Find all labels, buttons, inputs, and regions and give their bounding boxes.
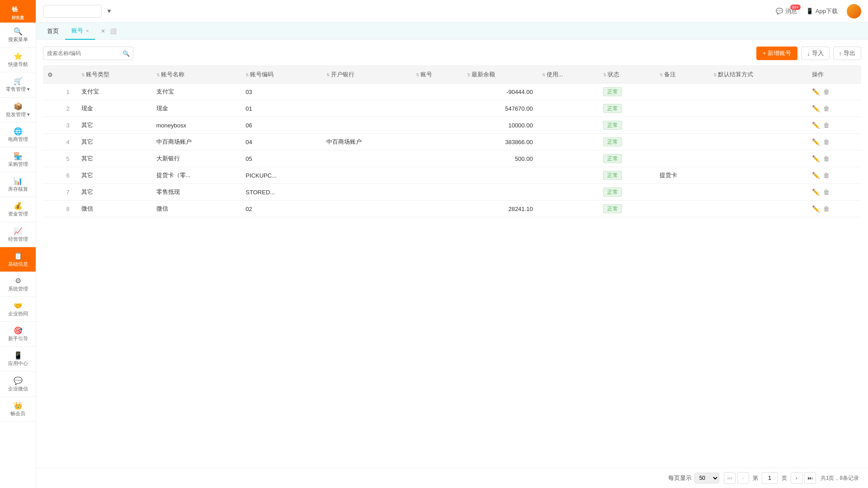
sidebar-item-inventory[interactable]: 📊 库存核算 (0, 172, 36, 197)
col-code[interactable]: ⇅账号编码 (241, 66, 322, 84)
delete-icon[interactable]: 🗑 (823, 172, 830, 179)
col-balance[interactable]: ⇅最新余额 (462, 66, 538, 84)
edit-icon[interactable]: ✏️ (812, 88, 820, 95)
edit-icon[interactable]: ✏️ (812, 188, 820, 196)
first-page-btn[interactable]: ⏮ (724, 472, 736, 484)
row-settings (43, 117, 59, 134)
sidebar-item-member[interactable]: 👑 畅会员 (0, 397, 36, 422)
col-settings: ⚙ (43, 66, 59, 84)
page-input[interactable] (762, 472, 778, 484)
sidebar-item-app_center[interactable]: 📱 应用中心 (0, 347, 36, 371)
row-settings (43, 201, 59, 217)
col-status[interactable]: ⇅状态 (599, 66, 655, 84)
edit-icon[interactable]: ✏️ (812, 138, 820, 145)
sidebar-label: 零售管理 ▾ (6, 86, 30, 92)
col-remark[interactable]: ⇅备注 (655, 66, 709, 84)
sidebar-item-retail[interactable]: 🛒 零售管理 ▾ (0, 72, 36, 97)
add-account-button[interactable]: + 新增账号 (756, 47, 797, 60)
search-button[interactable]: 🔍 (119, 47, 133, 60)
close-window-btn[interactable]: ✕ (99, 28, 107, 35)
tab-account[interactable]: 账号× (65, 23, 95, 40)
sort-icon: ⇅ (713, 73, 717, 77)
row-index: 7 (59, 184, 77, 201)
col-account[interactable]: ⇅账号 (411, 66, 462, 84)
row-usage (538, 150, 599, 167)
edit-icon[interactable]: ✏️ (812, 172, 820, 179)
row-status: 正常 (599, 84, 655, 100)
search-input[interactable] (43, 50, 119, 56)
delete-icon[interactable]: 🗑 (823, 105, 830, 112)
sidebar-item-purchase[interactable]: 🏪 采购管理 (0, 147, 36, 172)
app-download-button[interactable]: 📱 App下载 (806, 7, 838, 15)
row-bank (322, 117, 411, 134)
table-row: 8 微信 微信 02 28241.10 正常 ✏️ 🗑 (43, 201, 861, 217)
last-page-btn[interactable]: ⏭ (804, 472, 816, 484)
import-button[interactable]: ↓ 导入 (801, 47, 830, 60)
edit-icon[interactable]: ✏️ (812, 105, 820, 112)
sidebar-label: 畅会员 (10, 411, 25, 417)
col-action: 操作 (807, 66, 861, 84)
status-badge: 正常 (603, 154, 622, 163)
header-search-input[interactable] (43, 5, 102, 18)
next-page-btn[interactable]: › (791, 472, 802, 484)
sort-icon: ⇅ (416, 73, 420, 77)
sidebar-item-wechat[interactable]: 💬 企业微信 (0, 372, 36, 397)
sidebar-item-wholesale[interactable]: 📦 批发管理 ▾ (0, 98, 36, 122)
col-type[interactable]: ⇅账号类型 (77, 66, 152, 84)
delete-icon[interactable]: 🗑 (823, 88, 830, 95)
content-area: 🔍 + 新增账号 ↓ 导入 ↑ 导出 ⚙ ⇅账号类型 ⇅账号名称 ⇅ (36, 40, 868, 488)
prev-page-btn[interactable]: ‹ (737, 472, 749, 484)
row-remark (655, 84, 709, 100)
user-avatar[interactable] (847, 4, 861, 19)
page-size-select[interactable]: 50 100 200 (694, 473, 719, 483)
delete-icon[interactable]: 🗑 (823, 155, 830, 162)
col-label: ⇅开户银行 (326, 71, 354, 78)
sidebar-item-ecommerce[interactable]: 🌐 电商管理 (0, 122, 36, 147)
col-label: ⇅使用... (542, 71, 563, 78)
delete-icon[interactable]: 🗑 (823, 138, 830, 145)
app-download-label: App下载 (816, 7, 838, 15)
row-name: 零售抵现 (152, 184, 241, 201)
delete-icon[interactable]: 🗑 (823, 205, 830, 212)
row-index: 3 (59, 117, 77, 134)
message-button[interactable]: 💬 消息 99+ (776, 7, 797, 15)
col-settlement[interactable]: ⇅默认结算方式 (709, 66, 807, 84)
row-actions: ✏️ 🗑 (807, 134, 861, 150)
col-name[interactable]: ⇅账号名称 (152, 66, 241, 84)
edit-icon[interactable]: ✏️ (812, 122, 820, 129)
sidebar-item-system[interactable]: ⚙ 系统管理 (0, 272, 36, 297)
sidebar-item-basic[interactable]: 📋 基础信息 (0, 247, 36, 272)
row-code: 05 (241, 150, 322, 167)
app-logo: 畅 好生意 (0, 0, 36, 23)
sidebar-item-shortcuts[interactable]: ⭐ 快捷导航 (0, 47, 36, 72)
sidebar-item-guide[interactable]: 🎯 新手引导 (0, 322, 36, 347)
system-icon: ⚙ (15, 277, 21, 285)
status-badge: 正常 (603, 87, 622, 96)
sidebar-item-finance[interactable]: 💰 资金管理 (0, 197, 36, 222)
row-name: 大新银行 (152, 150, 241, 167)
settings-icon[interactable]: ⚙ (47, 71, 53, 78)
header-dropdown[interactable]: ▼ (106, 8, 112, 14)
edit-icon[interactable]: ✏️ (812, 205, 820, 212)
sidebar-label: 企业协同 (8, 311, 28, 317)
col-label: ⇅备注 (660, 71, 676, 78)
export-button[interactable]: ↑ 导出 (833, 47, 862, 60)
tab-home[interactable]: 首页 (41, 23, 65, 40)
toolbar: 🔍 + 新增账号 ↓ 导入 ↑ 导出 (43, 47, 861, 60)
table-row: 5 其它 大新银行 05 500.00 正常 ✏️ 🗑 (43, 150, 861, 167)
edit-icon[interactable]: ✏️ (812, 155, 820, 162)
col-usage[interactable]: ⇅使用... (538, 66, 599, 84)
row-remark (655, 100, 709, 117)
row-balance (462, 184, 538, 201)
sidebar-item-search[interactable]: 🔍 搜索菜单 (0, 23, 36, 47)
sidebar-item-agreement[interactable]: 🤝 企业协同 (0, 297, 36, 322)
delete-icon[interactable]: 🗑 (823, 122, 830, 129)
page-size-wrap: 每页显示 50 100 200 (668, 473, 719, 483)
tab-close-icon[interactable]: × (86, 28, 89, 33)
maximize-window-btn[interactable]: ⬜ (109, 28, 117, 35)
sidebar-item-operations[interactable]: 📈 经营管理 (0, 222, 36, 247)
chevron-down-icon: ▼ (106, 8, 112, 14)
col-bank[interactable]: ⇅开户银行 (322, 66, 411, 84)
row-index: 5 (59, 150, 77, 167)
delete-icon[interactable]: 🗑 (823, 188, 830, 196)
